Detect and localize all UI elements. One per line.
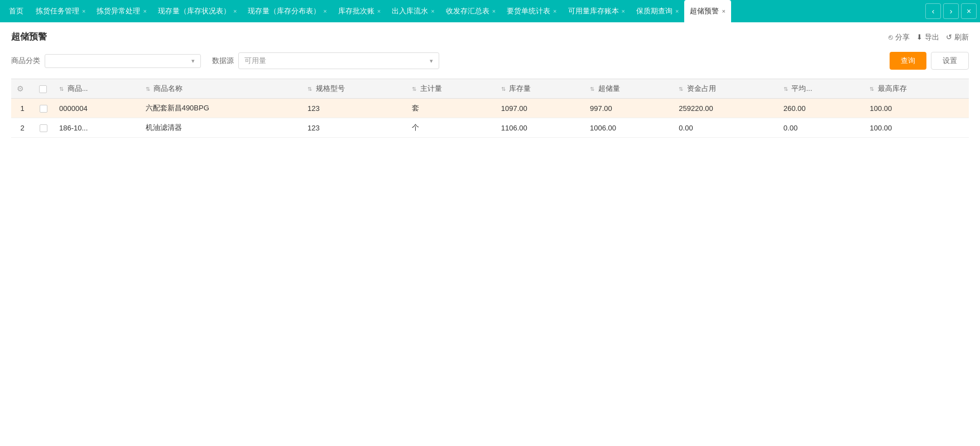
row-product-name-0: 六配套新昌490BPG [140,99,302,118]
row-max-stock-0: 100.00 [864,99,969,118]
nav-arrow-close[interactable]: × [961,3,977,19]
nav-tab-9[interactable]: 保质期查询 × [631,0,684,22]
nav-arrow-left[interactable]: ‹ [925,3,941,19]
datasource-select[interactable]: 可用量 ▾ [238,52,439,69]
column-gear[interactable]: ⚙ [11,79,33,99]
row-over-stock-0: 997.00 [584,99,673,118]
close-tab-10[interactable]: × [722,8,725,14]
row-unit-0: 套 [406,99,495,118]
query-button[interactable]: 查询 [890,52,926,70]
header-actions: ⎋ 分享 ⬇ 导出 ↺ 刷新 [888,32,969,42]
refresh-button[interactable]: ↺ 刷新 [946,32,969,42]
sort-icon-stock: ⇅ [501,86,506,92]
select-all-checkbox[interactable] [39,85,47,93]
category-select[interactable]: ▾ [45,54,201,68]
nav-arrow-right[interactable]: › [943,3,959,19]
column-product-name[interactable]: ⇅ 商品名称 [140,79,302,99]
nav-tab-5[interactable]: 出入库流水 × [386,0,440,22]
row-max-stock-1: 100.00 [864,118,969,138]
data-table: ⚙ ⇅ 商品... ⇅ 商品名称 ⇅ 规格型号 ⇅ [11,79,969,138]
datasource-chevron-icon: ▾ [430,57,433,65]
nav-tab-2[interactable]: 现存量（库存状况表） × [152,0,242,22]
column-max-stock[interactable]: ⇅ 最高库存 [864,79,969,99]
row-stock-1: 1106.00 [496,118,584,138]
nav-arrows: ‹ › × [924,3,978,19]
page-content: 超储预警 ⎋ 分享 ⬇ 导出 ↺ 刷新 商品分类 ▾ 数据源 [0,22,980,446]
column-capital[interactable]: ⇅ 资金占用 [673,79,777,99]
row-spec-0: 123 [302,99,406,118]
category-chevron-icon: ▾ [191,57,195,65]
row-product-code-0: 0000004 [54,99,140,118]
table-row: 2 186-10... 机油滤清器 123 个 1106.00 1006.00 … [11,118,969,138]
category-filter-group: 商品分类 ▾ [11,54,201,68]
export-icon: ⬇ [916,33,923,41]
column-avg[interactable]: ⇅ 平均... [778,79,864,99]
datasource-select-value: 可用量 [244,56,266,66]
column-unit[interactable]: ⇅ 主计量 [406,79,495,99]
datasource-label: 数据源 [212,56,234,66]
gear-icon[interactable]: ⚙ [17,84,24,93]
page-title: 超储预警 [11,31,47,43]
nav-tab-4[interactable]: 库存批次账 × [333,0,386,22]
row-capital-1: 0.00 [673,118,777,138]
close-tab-2[interactable]: × [233,8,237,14]
datasource-filter-group: 数据源 可用量 ▾ [212,52,439,69]
category-label: 商品分类 [11,56,40,66]
refresh-icon: ↺ [946,33,952,41]
filter-bar: 商品分类 ▾ 数据源 可用量 ▾ 查询 设置 [11,52,969,70]
close-tab-6[interactable]: × [492,8,496,14]
sort-icon-avg: ⇅ [784,86,788,92]
export-button[interactable]: ⬇ 导出 [916,32,939,42]
column-stock[interactable]: ⇅ 库存量 [496,79,584,99]
share-button[interactable]: ⎋ 分享 [888,32,910,42]
column-product-code[interactable]: ⇅ 商品... [54,79,140,99]
nav-tab-8[interactable]: 可用量库存账本 × [563,0,631,22]
row-stock-0: 1097.00 [496,99,584,118]
row-select-checkbox-1[interactable] [40,124,47,132]
close-tab-7[interactable]: × [553,8,556,14]
close-tab-1[interactable]: × [143,8,146,14]
share-icon: ⎋ [888,33,893,41]
sort-icon-over-stock: ⇅ [590,86,594,92]
settings-button[interactable]: 设置 [931,52,969,70]
close-tab-5[interactable]: × [431,8,434,14]
top-navigation: 首页 拣货任务管理 × 拣货异常处理 × 现存量（库存状况表） × 现存量（库存… [0,0,980,22]
row-checkbox-0[interactable] [33,99,54,118]
column-spec[interactable]: ⇅ 规格型号 [302,79,406,99]
row-unit-1: 个 [406,118,495,138]
row-avg-1: 0.00 [778,118,864,138]
row-index-1: 2 [11,118,33,138]
page-header: 超储预警 ⎋ 分享 ⬇ 导出 ↺ 刷新 [11,31,969,43]
close-tab-9[interactable]: × [675,8,679,14]
column-checkbox-all[interactable] [33,79,54,99]
nav-tab-0[interactable]: 拣货任务管理 × [30,0,91,22]
sort-icon-product-name: ⇅ [146,86,150,92]
row-select-checkbox-0[interactable] [40,105,47,113]
sort-icon-unit: ⇅ [412,86,416,92]
nav-tab-6[interactable]: 收发存汇总表 × [440,0,501,22]
table-header-row: ⚙ ⇅ 商品... ⇅ 商品名称 ⇅ 规格型号 ⇅ [11,79,969,99]
row-index-0: 1 [11,99,33,118]
nav-home[interactable]: 首页 [2,6,30,16]
row-checkbox-1[interactable] [33,118,54,138]
row-spec-1: 123 [302,118,406,138]
nav-tab-1[interactable]: 拣货异常处理 × [91,0,152,22]
sort-icon-max-stock: ⇅ [869,86,874,92]
row-product-code-1: 186-10... [54,118,140,138]
nav-tab-3[interactable]: 现存量（库存分布表） × [242,0,332,22]
close-tab-3[interactable]: × [323,8,326,14]
close-tab-0[interactable]: × [82,8,85,14]
close-tab-8[interactable]: × [622,8,625,14]
nav-tab-7[interactable]: 要货单统计表 × [501,0,562,22]
table-row: 1 0000004 六配套新昌490BPG 123 套 1097.00 997.… [11,99,969,118]
filter-buttons: 查询 设置 [890,52,969,70]
row-avg-0: 260.00 [778,99,864,118]
nav-tab-10[interactable]: 超储预警 × [684,0,731,22]
column-over-stock[interactable]: ⇅ 超储量 [584,79,673,99]
sort-icon-capital: ⇅ [679,86,683,92]
row-over-stock-1: 1006.00 [584,118,673,138]
close-tab-4[interactable]: × [377,8,381,14]
row-product-name-1: 机油滤清器 [140,118,302,138]
sort-icon-spec: ⇅ [308,86,312,92]
sort-icon-product-code: ⇅ [59,86,64,92]
